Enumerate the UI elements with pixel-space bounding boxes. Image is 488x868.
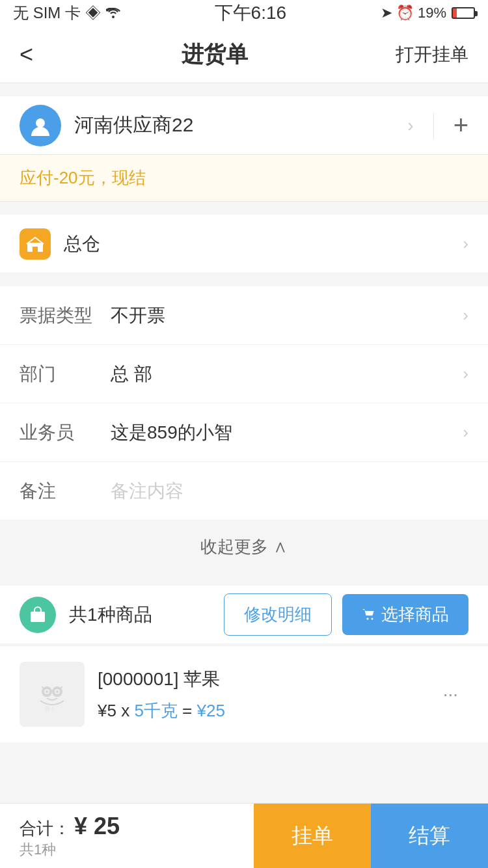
product-thumbnail: 兽+: [20, 662, 85, 727]
cart-icon: [362, 604, 376, 625]
department-row[interactable]: 部门 总 部 ›: [0, 345, 488, 403]
hang-button[interactable]: 挂单: [254, 804, 371, 868]
department-label: 部门: [20, 362, 111, 387]
product-icon: [20, 597, 56, 633]
warehouse-row[interactable]: 总仓 ›: [0, 215, 488, 273]
invoice-type-label: 票据类型: [20, 303, 111, 328]
supplier-row[interactable]: 河南供应商22 › +: [0, 96, 488, 155]
invoice-type-value: 不开票: [111, 303, 463, 328]
products-header: 共1种商品 修改明细 选择商品: [0, 586, 488, 644]
open-hang-button[interactable]: 打开挂单: [396, 42, 468, 67]
department-chevron-icon: ›: [463, 364, 468, 384]
svg-point-5: [372, 618, 373, 620]
salesperson-chevron-icon: ›: [463, 422, 468, 442]
status-bar: 无 SIM 卡 ◈ 下午6:16 ➤ ⏰ 19%: [0, 0, 488, 26]
svg-rect-3: [31, 612, 45, 622]
product-more-button[interactable]: ···: [433, 679, 468, 710]
status-right: ➤ ⏰ 19%: [381, 5, 475, 21]
section-gap-1: [0, 83, 488, 96]
supplier-name: 河南供应商22: [74, 112, 407, 139]
svg-point-4: [367, 618, 369, 620]
supplier-chevron-icon: ›: [407, 115, 413, 136]
svg-point-0: [36, 118, 45, 128]
sim-status: 无 SIM 卡 ◈: [13, 3, 101, 23]
product-fruit-name: 苹果: [183, 669, 220, 689]
product-name: [0000001] 苹果: [98, 667, 433, 692]
quantity: 5千克: [134, 701, 177, 720]
multiply-sign: x: [121, 701, 134, 720]
remark-input[interactable]: 备注内容: [111, 479, 468, 504]
equals-sign: =: [182, 701, 197, 720]
page-title: 进货单: [182, 40, 248, 70]
svg-text:兽+: 兽+: [44, 705, 55, 712]
remark-row[interactable]: 备注 备注内容: [0, 462, 488, 521]
battery-icon: [452, 7, 475, 19]
total-section: 合计： ¥ 25 共1种: [0, 804, 254, 868]
svg-point-11: [56, 690, 59, 693]
nav-bar: < 进货单 打开挂单: [0, 26, 488, 83]
unit-price: ¥5: [98, 701, 116, 720]
salesperson-label: 业务员: [20, 420, 111, 445]
plus-divider: [433, 113, 434, 139]
product-price-row: ¥5 x 5千克 = ¥25: [98, 699, 433, 722]
product-total: ¥25: [197, 701, 225, 720]
total-count: 共1种: [20, 840, 254, 860]
invoice-type-row[interactable]: 票据类型 不开票 ›: [0, 286, 488, 345]
invoice-type-chevron-icon: ›: [463, 305, 468, 325]
svg-point-10: [46, 690, 48, 693]
section-gap-4: [0, 573, 488, 586]
settle-button[interactable]: 结算: [371, 804, 488, 868]
section-gap-2: [0, 202, 488, 215]
salesperson-row[interactable]: 业务员 这是859的小智 ›: [0, 403, 488, 462]
product-count: 共1种商品: [69, 603, 224, 627]
notice-bar: 应付-20元，现结: [0, 155, 488, 202]
product-item: 兽+ [0000001] 苹果 ¥5 x 5千克 = ¥25 ···: [0, 645, 488, 742]
bottom-bar: 合计： ¥ 25 共1种 挂单 结算: [0, 803, 488, 868]
select-product-button[interactable]: 选择商品: [342, 594, 468, 635]
location-icon: ➤: [381, 5, 392, 21]
select-product-label: 选择商品: [381, 603, 449, 626]
supplier-avatar: [20, 105, 61, 146]
warehouse-icon: [20, 228, 51, 260]
alarm-icon: ⏰: [396, 5, 414, 21]
status-time: 下午6:16: [215, 1, 287, 25]
svg-rect-2: [33, 247, 38, 252]
warehouse-name: 总仓: [64, 232, 463, 256]
salesperson-value: 这是859的小智: [111, 420, 463, 445]
total-label: 合计：: [20, 817, 70, 840]
department-value: 总 部: [111, 362, 463, 387]
section-gap-3: [0, 273, 488, 286]
product-info: [0000001] 苹果 ¥5 x 5千克 = ¥25: [98, 667, 433, 722]
warehouse-chevron-icon: ›: [463, 234, 468, 254]
back-button[interactable]: <: [20, 41, 33, 68]
add-button[interactable]: +: [454, 111, 468, 140]
total-amount: ¥ 25: [74, 813, 120, 840]
remark-label: 备注: [20, 479, 111, 504]
status-left: 无 SIM 卡 ◈: [13, 3, 120, 23]
product-code: [0000001]: [98, 669, 179, 689]
edit-detail-button[interactable]: 修改明细: [224, 593, 332, 636]
collapse-button[interactable]: 收起更多 ∧: [0, 521, 488, 573]
battery-text: 19%: [418, 5, 446, 21]
wifi-icon: [106, 4, 120, 22]
